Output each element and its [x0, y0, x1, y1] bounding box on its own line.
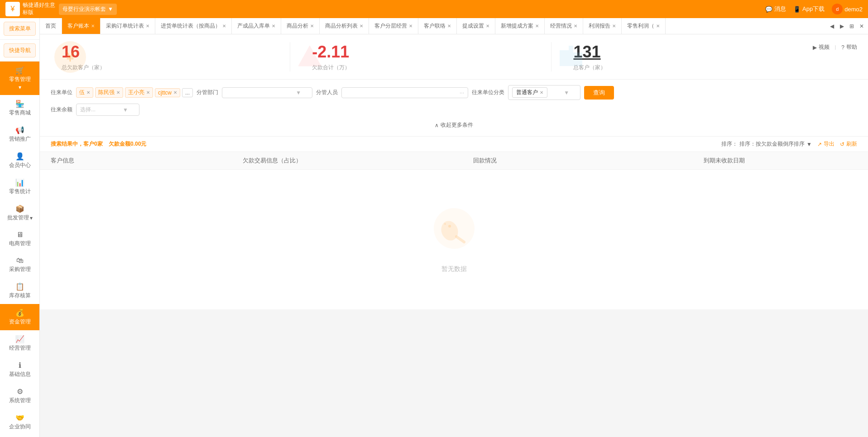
- sort-selector[interactable]: 排序： 排序：按欠款金额倒序排序 ▼: [721, 140, 812, 148]
- tab-inbound-stats[interactable]: 进货单统计表（按商品） ✕: [155, 18, 232, 34]
- chevron-up-icon: ∧: [435, 122, 439, 128]
- tab-customer-contact[interactable]: 客户联络 ✕: [418, 18, 457, 34]
- tab-close-icon[interactable]: ✕: [486, 24, 489, 28]
- tab-close-icon[interactable]: ✕: [222, 24, 226, 28]
- tab-close-icon[interactable]: ✕: [91, 24, 95, 28]
- tab-close-icon[interactable]: ✕: [447, 24, 451, 28]
- tab-operations-status[interactable]: 经营情况 ✕: [545, 18, 583, 34]
- message-btn[interactable]: 💬 消息: [765, 5, 786, 13]
- tabs-next-btn[interactable]: ▶: [837, 22, 846, 31]
- stats-card-1: ¥ 16 总欠款客户（家）: [51, 42, 290, 71]
- operations-icon: 📈: [15, 335, 24, 343]
- workspace-selector[interactable]: 母婴行业演示帐套 ▼: [59, 4, 117, 15]
- top-bar: ¥ 畅捷通好生意 标版 母婴行业演示帐套 ▼ 💬 消息 📱 App下载 d: [0, 0, 868, 18]
- top-bar-right: 💬 消息 📱 App下载 d demo2: [765, 4, 863, 14]
- user-avatar[interactable]: d demo2: [832, 4, 863, 14]
- dept-select[interactable]: ▼: [222, 87, 312, 98]
- filter-tag-close[interactable]: ✕: [116, 90, 120, 95]
- tabs-expand-btn[interactable]: ⊞: [847, 22, 856, 31]
- sidebar-item-retail-mall[interactable]: 🏪 零售商城: [0, 95, 39, 121]
- tab-close-icon[interactable]: ✕: [656, 24, 660, 28]
- tab-profit-report[interactable]: 利润报告 ✕: [583, 18, 622, 34]
- video-btn[interactable]: ▶ 视频: [813, 43, 830, 51]
- search-menu-button[interactable]: 搜索菜单: [4, 22, 36, 36]
- person-label: 分管人员: [316, 89, 338, 96]
- tab-customer-tier[interactable]: 客户分层经营 ✕: [369, 18, 418, 34]
- tabs-prev-btn[interactable]: ◀: [827, 22, 836, 31]
- sidebar-item-label: 电商管理: [9, 240, 31, 247]
- filters-section: 往来单位 伍 ✕ 陈民强 ✕ 王小亮: [40, 80, 868, 137]
- wholesale-icon: 📦: [15, 204, 24, 213]
- tab-commission-settings[interactable]: 提成设置 ✕: [457, 18, 495, 34]
- tab-retail-profit[interactable]: 零售利润（ ✕: [622, 18, 666, 34]
- export-btn[interactable]: ↗ 导出: [817, 140, 834, 148]
- stats-card-3: 131 总客户（家）: [551, 42, 812, 71]
- filter-tag-close[interactable]: ✕: [146, 90, 150, 95]
- tab-home[interactable]: 首页: [40, 18, 62, 34]
- col-header-debt: 欠款交易信息（占比）: [243, 157, 473, 165]
- tab-production-inbound[interactable]: 产成品入库单 ✕: [232, 18, 281, 34]
- filter-tag-close[interactable]: ✕: [86, 90, 90, 95]
- retail-stats-icon: 📊: [15, 178, 24, 187]
- sidebar-item-wholesale-mgmt[interactable]: 📦 批发管理 ▾: [0, 200, 39, 226]
- ecommerce-icon: 🖥: [16, 231, 24, 239]
- tabs-close-all-btn[interactable]: ✕: [857, 22, 866, 31]
- sidebar-item-retail-stats[interactable]: 📊 零售统计: [0, 174, 39, 200]
- refresh-btn[interactable]: ↺ 刷新: [840, 140, 857, 148]
- system-icon: ⚙: [17, 387, 23, 396]
- tab-close-icon[interactable]: ✕: [310, 24, 314, 28]
- sidebar-item-member-center[interactable]: 👤 会员中心: [0, 147, 39, 174]
- filter-tag-close[interactable]: ✕: [173, 90, 177, 95]
- sidebar-item-marketing[interactable]: 📢 营销推广: [0, 121, 39, 147]
- col-header-repay: 回款情况: [473, 157, 704, 165]
- sidebar-item-label: 营销推广: [9, 135, 31, 143]
- sidebar-search-section: 搜索菜单: [0, 18, 39, 40]
- sidebar-item-purchase[interactable]: 🛍 采购管理: [0, 252, 39, 278]
- collab-icon: 🤝: [15, 413, 24, 422]
- tab-close-icon[interactable]: ✕: [409, 24, 412, 28]
- app-download-btn[interactable]: 📱 App下载: [793, 5, 825, 13]
- tab-close-icon[interactable]: ✕: [360, 24, 363, 28]
- sidebar-item-basic-info[interactable]: ℹ 基础信息: [0, 356, 39, 383]
- sidebar-item-inventory[interactable]: 📋 库存核算: [0, 278, 39, 304]
- stats-card-2: ✕ -2.11 欠款合计（万）: [290, 42, 551, 71]
- tabs-controls: ◀ ▶ ⊞ ✕: [825, 22, 868, 31]
- balance-label: 往来余额: [51, 106, 72, 114]
- chevron-down-icon: ▼: [296, 90, 301, 96]
- sidebar-item-finance[interactable]: 💰 资金管理: [0, 304, 39, 330]
- tab-product-analysis[interactable]: 商品分析 ✕: [281, 18, 320, 34]
- sidebar-item-operations[interactable]: 📈 经营管理: [0, 330, 39, 356]
- filter-more-btn[interactable]: ...: [182, 88, 193, 97]
- expand-icon: ▾: [30, 215, 33, 221]
- tab-close-icon[interactable]: ✕: [272, 24, 275, 28]
- inventory-icon: 📋: [15, 282, 24, 291]
- person-input[interactable]: ···: [341, 87, 468, 98]
- sidebar-item-newbie[interactable]: 🎯 新手引导: [0, 435, 39, 437]
- query-button[interactable]: 查询: [584, 86, 614, 100]
- sidebar-item-ecommerce[interactable]: 🖥 电商管理: [0, 226, 39, 252]
- category-tag-close[interactable]: ✕: [540, 90, 543, 95]
- tabs-bar: 首页 客户账本 ✕ 采购订单统计表 ✕ 进货单统计表（按商品） ✕ 产成品入库单…: [40, 18, 868, 34]
- balance-select[interactable]: 选择... ▼: [76, 104, 139, 116]
- category-label: 往来单位分类: [472, 89, 504, 96]
- sidebar-item-system[interactable]: ⚙ 系统管理: [0, 383, 39, 409]
- sidebar-item-enterprise-collab[interactable]: 🤝 企业协同: [0, 409, 39, 435]
- help-btn[interactable]: ? 帮助: [841, 43, 857, 51]
- dept-label: 分管部门: [197, 89, 218, 96]
- tab-purchase-order-stats[interactable]: 采购订单统计表 ✕: [101, 18, 155, 34]
- sidebar-item-retail-mgmt[interactable]: 🛒 零售管理 ▾: [0, 62, 39, 95]
- collapse-filters-btn[interactable]: ∧ 收起更多条件: [51, 119, 857, 131]
- quick-nav-button[interactable]: 快捷导航: [4, 43, 36, 57]
- tab-close-icon[interactable]: ✕: [574, 24, 577, 28]
- tab-product-analysis-list[interactable]: 商品分析列表 ✕: [320, 18, 369, 34]
- tab-add-commission-plan[interactable]: 新增提成方案 ✕: [495, 18, 545, 34]
- main-content: ¥ 16 总欠款客户（家） ✕ -2.11 欠款合计（万）: [40, 34, 868, 437]
- tab-close-icon[interactable]: ✕: [535, 24, 539, 28]
- tab-customer-ledger[interactable]: 客户账本 ✕: [62, 18, 101, 34]
- tab-close-icon[interactable]: ✕: [146, 24, 149, 28]
- tab-close-icon[interactable]: ✕: [612, 24, 616, 28]
- purchase-icon: 🛍: [16, 256, 24, 265]
- export-icon: ↗: [817, 141, 822, 147]
- sort-label: 排序：: [721, 140, 738, 148]
- category-select[interactable]: 普通客户 ✕ ▼: [508, 85, 580, 100]
